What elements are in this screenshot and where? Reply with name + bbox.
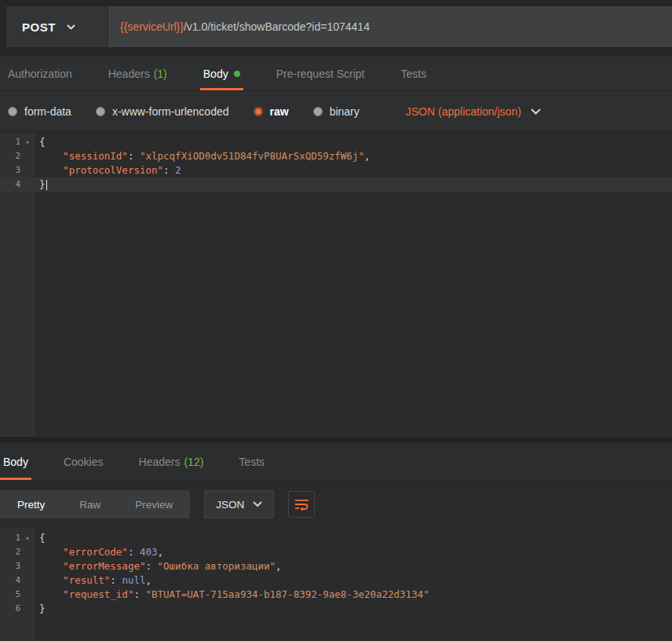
code-text: { — [35, 135, 46, 149]
response-body-editor[interactable]: 1▾{2 "errorCode": 403,3 "errorMessage": … — [0, 528, 672, 641]
body-present-dot-icon — [234, 71, 240, 77]
radio-binary[interactable]: binary — [313, 105, 360, 118]
headers-count-badge: (12) — [184, 456, 203, 468]
code-text: { — [35, 531, 46, 545]
tab-body[interactable]: Body — [203, 57, 240, 90]
fold-spacer — [20, 163, 35, 178]
method-label: POST — [22, 20, 56, 34]
line-number: 1 — [0, 531, 20, 545]
view-raw-button[interactable]: Raw — [62, 490, 118, 518]
code-line: 1▾{ — [0, 135, 672, 149]
line-number: 6 — [0, 602, 20, 616]
code-text: "request_id": "BTUAT=UAT-715aa934-b187-8… — [35, 588, 429, 602]
fold-spacer — [20, 545, 35, 559]
response-tab-body[interactable]: Body — [3, 443, 28, 480]
tab-label: Tests — [401, 68, 427, 80]
radio-urlencoded[interactable]: x-www-form-urlencoded — [96, 105, 229, 118]
request-tabs: Authorization Headers (1) Body Pre-reque… — [0, 57, 672, 91]
radio-icon — [313, 107, 323, 116]
seg-label: Preview — [135, 499, 173, 511]
fold-spacer — [20, 149, 35, 163]
code-text: } — [35, 178, 47, 192]
radio-selected-icon — [254, 107, 263, 116]
code-line: 5 "request_id": "BTUAT=UAT-715aa934-b187… — [0, 588, 672, 602]
spacer — [0, 47, 672, 57]
tab-label: Body — [3, 456, 28, 468]
response-code-lines: 1▾{2 "errorCode": 403,3 "errorMessage": … — [0, 528, 672, 616]
request-body-editor[interactable]: 1▾{2 "sessionId": "xlpcqfXiOD0dv51D84fvP… — [0, 132, 672, 437]
code-line: 6} — [0, 602, 672, 616]
response-format-dropdown[interactable]: JSON — [204, 490, 274, 518]
url-variable: {{serviceUrl}} — [120, 20, 184, 33]
request-url-bar: POST {{serviceUrl}}/v1.0/ticket/showBarc… — [6, 6, 672, 47]
radio-raw[interactable]: raw — [254, 105, 289, 118]
fold-arrow-icon[interactable]: ▾ — [20, 531, 35, 545]
request-code-lines: 1▾{2 "sessionId": "xlpcqfXiOD0dv51D84fvP… — [0, 132, 672, 192]
code-line: 2 "errorCode": 403, — [0, 545, 672, 559]
line-number: 1 — [0, 135, 20, 149]
tab-label: Authorization — [8, 68, 72, 80]
method-dropdown[interactable]: POST — [6, 6, 108, 47]
tab-label: Headers — [139, 456, 181, 468]
line-number: 2 — [0, 545, 20, 559]
code-line: 3 "errorMessage": "Ошибка авторизации", — [0, 559, 672, 573]
radio-label: x-www-form-urlencoded — [112, 105, 229, 118]
view-pretty-button[interactable]: Pretty — [0, 490, 62, 518]
tab-tests[interactable]: Tests — [401, 57, 427, 90]
tab-label: Headers — [108, 68, 150, 80]
code-text: } — [35, 602, 46, 616]
wrap-text-button[interactable] — [288, 491, 315, 518]
radio-form-data[interactable]: form-data — [8, 105, 71, 118]
tab-label: Cookies — [64, 456, 104, 468]
tab-label: Tests — [239, 456, 265, 468]
code-line: 3 "protocolVersion": 2 — [0, 163, 672, 178]
line-number: 4 — [0, 573, 20, 588]
tab-label: Pre-request Script — [276, 68, 365, 80]
response-tab-tests[interactable]: Tests — [239, 443, 265, 480]
radio-icon — [96, 107, 105, 116]
line-number: 3 — [0, 559, 20, 573]
response-tab-headers[interactable]: Headers (12) — [139, 443, 204, 480]
fold-arrow-icon[interactable]: ▾ — [20, 135, 35, 149]
url-input[interactable]: {{serviceUrl}}/v1.0/ticket/showBarcode?i… — [108, 6, 672, 47]
radio-icon — [8, 107, 17, 116]
content-type-label: JSON (application/json) — [406, 105, 521, 118]
code-line: 4} — [0, 178, 672, 192]
headers-count-badge: (1) — [154, 68, 167, 80]
tab-pre-request-script[interactable]: Pre-request Script — [276, 57, 365, 90]
top-strip — [0, 0, 672, 6]
tab-authorization[interactable]: Authorization — [8, 57, 72, 90]
seg-label: Pretty — [17, 499, 45, 511]
code-line: 1▾{ — [0, 531, 672, 545]
url-path: /v1.0/ticket/showBarcode?id=1074414 — [184, 20, 370, 33]
response-tab-cookies[interactable]: Cookies — [64, 443, 104, 480]
response-tabs: Body Cookies Headers (12) Tests — [0, 443, 672, 481]
code-text: "protocolVersion": 2 — [35, 163, 181, 178]
code-text: "errorCode": 403, — [35, 545, 163, 559]
line-number: 5 — [0, 588, 20, 602]
seg-label: Raw — [79, 499, 100, 511]
body-type-bar: form-data x-www-form-urlencoded raw bina… — [0, 91, 672, 132]
chevron-down-icon — [67, 24, 75, 30]
format-label: JSON — [216, 499, 244, 511]
fold-spacer — [20, 573, 35, 588]
code-line: 4 "result": null, — [0, 573, 672, 588]
line-number: 3 — [0, 163, 20, 178]
text-cursor — [46, 180, 47, 190]
tab-headers[interactable]: Headers (1) — [108, 57, 167, 90]
chevron-down-icon — [253, 501, 262, 507]
code-text: "result": null, — [35, 573, 152, 588]
content-type-dropdown[interactable]: JSON (application/json) — [406, 105, 541, 118]
chevron-down-icon — [531, 108, 541, 115]
fold-spacer — [20, 602, 35, 616]
fold-spacer — [20, 178, 35, 192]
code-line: 2 "sessionId": "xlpcqfXiOD0dv51D84fvP8UA… — [0, 149, 672, 163]
wrap-text-icon — [294, 498, 309, 511]
view-mode-switch: Pretty Raw Preview — [0, 490, 190, 518]
fold-spacer — [20, 559, 35, 573]
response-toolbar: Pretty Raw Preview JSON — [0, 481, 672, 528]
tab-label: Body — [203, 68, 228, 80]
view-preview-button[interactable]: Preview — [118, 490, 190, 518]
code-text: "sessionId": "xlpcqfXiOD0dv51D84fvP8UArS… — [35, 149, 370, 163]
line-number: 2 — [0, 149, 20, 163]
